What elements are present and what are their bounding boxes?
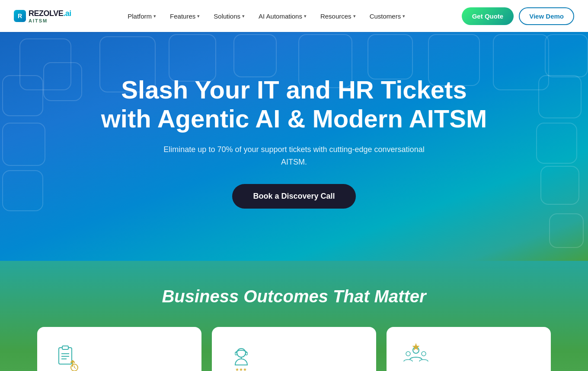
svg-point-13 (406, 352, 410, 356)
nav-item-features[interactable]: Features ▾ (164, 9, 206, 23)
outcomes-section: Business Outcomes That Matter (0, 261, 588, 371)
navbar: R REZOLVE.ai AITSM Platform ▾ Features ▾… (0, 0, 588, 32)
logo-icon: R (14, 10, 26, 22)
view-demo-button[interactable]: View Demo (519, 7, 574, 25)
logo-text: REZOLVE.ai AITSM (29, 9, 71, 23)
nav-item-customers[interactable]: Customers ▾ (364, 9, 412, 23)
nav-item-ai-automations[interactable]: AI Automations ▾ (252, 9, 313, 23)
outcome-card-always-on: Always-On Support, Happier Workplaces Em… (387, 327, 551, 371)
svg-text:★★★: ★★★ (235, 367, 247, 371)
hero-section: Slash Your IT and HR Tickets with Agenti… (0, 32, 588, 261)
outcome-card-enterprise: ★★★ Seamless Enterprise Support Ensure s… (212, 327, 376, 371)
always-on-icon (400, 342, 537, 371)
hero-subtitle: Eliminate up to 70% of your support tick… (160, 143, 428, 168)
book-discovery-call-button[interactable]: Book a Discovery Call (232, 184, 355, 209)
chevron-down-icon: ▾ (197, 13, 200, 19)
nav-actions: Get Quote View Demo (462, 7, 574, 25)
outcome-cards: Maximize Efficiency, Minimize Costs Auto… (35, 327, 553, 371)
svg-line-7 (74, 368, 76, 368)
chevron-down-icon: ▾ (242, 13, 245, 19)
chevron-down-icon: ▾ (153, 13, 156, 19)
logo[interactable]: R REZOLVE.ai AITSM (14, 9, 71, 23)
svg-rect-1 (62, 346, 68, 349)
nav-links: Platform ▾ Features ▾ Solutions ▾ AI Aut… (121, 9, 411, 23)
logo-aitsm: AITSM (29, 18, 71, 23)
outcome-card-efficiency: Maximize Efficiency, Minimize Costs Auto… (37, 327, 201, 371)
chevron-down-icon: ▾ (403, 13, 405, 19)
svg-point-14 (422, 352, 426, 356)
nav-item-platform[interactable]: Platform ▾ (121, 9, 162, 23)
efficiency-icon (51, 342, 188, 371)
outcomes-title: Business Outcomes That Matter (17, 287, 571, 306)
get-quote-button[interactable]: Get Quote (462, 7, 514, 25)
nav-item-resources[interactable]: Resources ▾ (314, 9, 362, 23)
chevron-down-icon: ▾ (304, 13, 307, 19)
enterprise-icon: ★★★ (226, 342, 362, 371)
nav-item-solutions[interactable]: Solutions ▾ (208, 9, 251, 23)
chevron-down-icon: ▾ (353, 13, 356, 19)
hero-title: Slash Your IT and HR Tickets with Agenti… (99, 76, 489, 133)
